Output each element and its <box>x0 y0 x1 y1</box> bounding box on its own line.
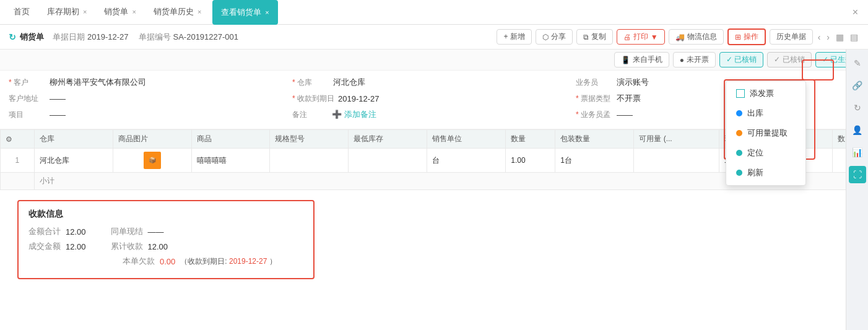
available-qty-item[interactable]: 可用量提取 <box>726 123 805 143</box>
logistics-button[interactable]: 🚚 物流信息 <box>669 29 724 45</box>
salesperson-label: 业务员 <box>576 77 613 88</box>
operations-grid-icon: ⊞ <box>735 33 741 41</box>
due-date-note: 2019-12-27 <box>229 257 267 266</box>
copy-button[interactable]: ⧉ 复制 <box>576 29 613 45</box>
prev-page-icon[interactable]: ‹ <box>817 32 822 42</box>
edit-icon: ✎ <box>854 58 861 68</box>
cumulative-value: 12.00 <box>148 242 168 251</box>
doc-meta: 单据日期 2019-12-27 单据编号 SA-20191227-001 <box>53 32 238 43</box>
amount-total-label: 金额合计 <box>28 226 61 237</box>
due-date-value: 2019-12-27 <box>338 94 576 103</box>
add-note-icon: ➕ <box>332 110 342 119</box>
row-package-qty: 1台 <box>555 149 634 173</box>
history-button[interactable]: 历史单据 <box>770 29 813 45</box>
operations-dropdown: 添发票 出库 可用量提取 定位 刷新 <box>726 80 806 186</box>
col-package-qty: 包装数量 <box>555 130 634 149</box>
row-product: 嘻嘻嘻嘻 <box>191 149 270 173</box>
note-label: 备注 <box>292 110 329 120</box>
sidebar-user-icon[interactable]: 👤 <box>849 121 866 139</box>
row-available <box>634 149 719 173</box>
due-date-field: 收款到期日 2019-12-27 <box>292 93 576 104</box>
next-page-icon[interactable]: › <box>825 32 831 42</box>
voided-button[interactable]: ✓ 已核销 <box>767 52 811 67</box>
voided-icon: ✓ <box>774 55 780 64</box>
tab-sales-order-close[interactable]: × <box>132 8 136 15</box>
transaction-label: 成交金额 <box>28 241 61 252</box>
tab-view-sales-close[interactable]: × <box>265 9 269 16</box>
refresh-icon: ↻ <box>854 103 861 113</box>
outstanding-field: 本单欠款 0.00 （收款到期日: 2019-12-27 ） <box>123 256 277 267</box>
add-invoice-item[interactable]: 添发票 <box>726 84 805 103</box>
sales2-label: 业务员孟 <box>576 110 613 120</box>
col-product-img: 商品图片 <box>113 130 191 149</box>
sidebar-edit-icon[interactable]: ✎ <box>849 54 866 72</box>
tab-home[interactable]: 首页 <box>5 0 38 25</box>
payment-row-3: 本单欠款 0.00 （收款到期日: 2019-12-27 ） <box>28 256 303 267</box>
customer-field: 客户 柳州粤港平安气体有限公司 <box>9 77 292 88</box>
col-warehouse: 仓库 <box>34 130 113 149</box>
same-order-value: —— <box>148 227 164 237</box>
payment-area: 收款信息 金额合计 12.00 同单现结 —— 成交金额 12.00 <box>0 190 868 289</box>
tab-sales-history[interactable]: 销货单历史 × <box>145 0 210 25</box>
customer-value: 柳州粤港平安气体有限公司 <box>50 77 292 88</box>
sales2-field: 业务员孟 —— <box>576 110 859 120</box>
col-available: 可用量 (... <box>634 130 719 149</box>
outbound-item[interactable]: 出库 <box>726 103 805 123</box>
subtotal-empty <box>1 173 35 190</box>
outstanding-label: 本单欠款 <box>123 256 155 267</box>
outstanding-note: （收款到期日: 2019-12-27 ） <box>180 256 276 267</box>
salesperson-field: 业务员 演示账号 <box>576 77 859 88</box>
ticket-icon: ● <box>680 56 684 64</box>
sidebar-data-icon[interactable]: 📊 <box>849 144 866 161</box>
new-button[interactable]: + 新增 <box>497 29 531 45</box>
tab-inventory-init-close[interactable]: × <box>83 8 87 15</box>
col-model: 规格型号 <box>270 130 349 149</box>
data-icon: 📊 <box>852 147 862 157</box>
operations-button[interactable]: ⊞ 操作 <box>727 28 766 45</box>
row-sales-unit: 台 <box>427 149 506 173</box>
available-qty-dot <box>736 130 742 136</box>
tab-inventory-init[interactable]: 库存期初 × <box>38 0 95 25</box>
checkbox-icon <box>736 89 745 98</box>
address-value: —— <box>50 94 292 103</box>
transaction-value: 12.00 <box>66 242 86 251</box>
tab-bar: 首页 库存期初 × 销货单 × 销货单历史 × 查看销货单 × × <box>0 0 868 25</box>
tab-sales-history-close[interactable]: × <box>197 8 201 15</box>
number-label: 单据编号 SA-20191227-001 <box>139 32 239 43</box>
col-settings[interactable]: ⚙ <box>1 130 35 149</box>
refresh-item[interactable]: 刷新 <box>726 163 805 183</box>
sidebar-link-icon[interactable]: 🔗 <box>849 77 866 94</box>
share-button[interactable]: ⬡ 分享 <box>536 29 573 45</box>
tab-view-sales[interactable]: 查看销货单 × <box>212 0 277 25</box>
tab-sales-order[interactable]: 销货单 × <box>95 0 144 25</box>
row-warehouse: 河北仓库 <box>34 149 113 173</box>
project-label: 项目 <box>9 110 46 120</box>
check-button[interactable]: ✓ 已核销 <box>719 52 763 67</box>
warehouse-label: 仓库 <box>292 77 329 88</box>
row-product-img: 📦 <box>113 149 191 173</box>
row-min-stock <box>349 149 427 173</box>
add-note-button[interactable]: ➕ 添加备注 <box>332 109 576 120</box>
action-bar: 📱 来自手机 ● 未开票 ✓ 已核销 ✓ 已核销 ✓ 已生效 <box>0 50 868 71</box>
col-quantity: 数量 <box>506 130 555 149</box>
from-mobile-button[interactable]: 📱 来自手机 <box>614 52 669 67</box>
locate-item[interactable]: 定位 <box>726 143 805 163</box>
add-invoice-label: 添发票 <box>750 88 774 99</box>
print-button[interactable]: 🖨 打印 ▼ <box>617 29 665 45</box>
link-icon: 🔗 <box>852 80 862 90</box>
available-qty-label: 可用量提取 <box>747 128 788 139</box>
same-order-label: 同单现结 <box>111 226 143 237</box>
outbound-dot <box>736 110 742 116</box>
check-icon: ✓ <box>726 55 732 64</box>
locate-dot <box>736 150 742 156</box>
cumulative-field: 累计收款 12.00 <box>111 241 168 252</box>
sidebar-refresh-icon[interactable]: ↻ <box>849 99 866 116</box>
window-close-button[interactable]: × <box>848 7 863 18</box>
warehouse-field: 仓库 河北仓库 <box>292 77 576 88</box>
grid-view-icon[interactable]: ▦ <box>835 32 845 42</box>
doc-header: ↻ 销货单 单据日期 2019-12-27 单据编号 SA-20191227-0… <box>0 25 868 50</box>
sidebar-expand-icon[interactable]: ⛶ <box>849 166 866 183</box>
list-view-icon[interactable]: ▤ <box>849 32 859 42</box>
outbound-label: 出库 <box>747 108 763 119</box>
not-open-button[interactable]: ● 未开票 <box>673 52 716 67</box>
